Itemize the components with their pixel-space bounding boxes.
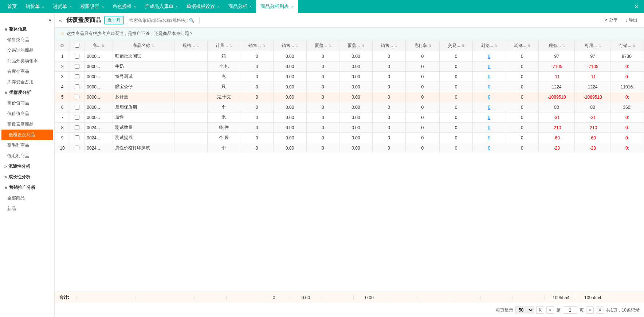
row-no: 2 xyxy=(55,62,70,72)
close-icon[interactable]: × xyxy=(250,4,252,9)
row-browse1[interactable]: 0 xyxy=(472,102,506,112)
row-checkbox[interactable] xyxy=(70,51,84,62)
nav-template[interactable]: 单据模板设置 × xyxy=(182,0,224,13)
last-page-button[interactable]: X xyxy=(596,306,604,314)
col-current[interactable]: 现有... ⇅ xyxy=(539,40,575,51)
row-checkbox[interactable] xyxy=(70,72,84,82)
close-icon[interactable]: × xyxy=(217,4,219,9)
nav-finished-goods[interactable]: 产成品入库单 × xyxy=(141,0,182,13)
row-browse1[interactable]: 0 xyxy=(472,62,506,72)
sidebar-item-traded-goods[interactable]: 交易过的商品 xyxy=(0,45,54,56)
row-checkbox[interactable] xyxy=(70,102,84,112)
share-button[interactable]: ↗ 分享 xyxy=(602,16,620,24)
col-sales-amt[interactable]: 销售... ⇅ xyxy=(273,40,306,51)
col-sales-qty[interactable]: 销售... ⇅ xyxy=(240,40,274,51)
col-checkbox[interactable] xyxy=(70,40,84,51)
sidebar-section-liquidity[interactable]: > 流通性分析 xyxy=(0,161,54,172)
export-button[interactable]: ↓ 导出 xyxy=(623,16,640,24)
search-icon[interactable]: 🔍 xyxy=(189,18,195,23)
col-code[interactable]: 商... ⇅ xyxy=(85,40,113,51)
close-icon[interactable]: × xyxy=(176,4,178,9)
nav-sales[interactable]: 销货单 × xyxy=(21,0,48,13)
close-icon[interactable]: × xyxy=(42,4,44,9)
col-settings[interactable]: ⚙ xyxy=(55,40,70,51)
row-current: -28 xyxy=(539,143,575,153)
nav-analysis[interactable]: 商品分析 × xyxy=(224,0,256,13)
sidebar-item-high-profit[interactable]: 高毛利商品 xyxy=(0,140,54,151)
sidebar-item-high-value[interactable]: 高价值商品 xyxy=(0,98,54,108)
row-checkbox[interactable] xyxy=(70,123,84,133)
sidebar-item-all-goods[interactable]: 全部商品 xyxy=(0,193,54,203)
row-checkbox[interactable] xyxy=(70,92,84,102)
close-icon[interactable]: × xyxy=(134,4,136,9)
prev-page-button[interactable]: < xyxy=(546,306,554,314)
arrow-icon: > xyxy=(4,175,7,180)
row-sales-qty: 0 xyxy=(240,112,274,123)
nav-home[interactable]: 首页 xyxy=(3,0,21,13)
nav-permissions[interactable]: 权限设置 × xyxy=(76,0,108,13)
row-checkbox[interactable] xyxy=(70,62,84,72)
row-browse1[interactable]: 0 xyxy=(472,51,506,62)
col-sellable[interactable]: 可销... ⇅ xyxy=(611,40,644,51)
sidebar-item-stocked-goods[interactable]: 有库存商品 xyxy=(0,66,54,77)
close-icon[interactable]: × xyxy=(291,4,293,9)
row-browse1[interactable]: 0 xyxy=(472,92,506,102)
row-trade: 0 xyxy=(440,133,473,143)
sidebar-item-sales-goods[interactable]: 销售类商品 xyxy=(0,35,54,45)
window-close-button[interactable]: × xyxy=(632,3,641,10)
sidebar-section-growth[interactable]: > 成长性分析 xyxy=(0,172,54,182)
next-page-button[interactable]: > xyxy=(586,306,594,314)
col-unit[interactable]: 计量... ⇅ xyxy=(207,40,240,51)
close-icon[interactable]: × xyxy=(69,4,71,9)
row-checkbox[interactable] xyxy=(70,143,84,153)
content-header: « 低覆盖度商品 近一月 🔍 ↗ 分享 ↓ 导出 xyxy=(55,13,644,28)
close-icon[interactable]: × xyxy=(102,4,104,9)
col-browse2[interactable]: 浏览... ⇅ xyxy=(506,40,539,51)
row-sales3: 0 xyxy=(372,102,405,112)
select-all-checkbox[interactable] xyxy=(75,43,79,48)
filter-month-button[interactable]: 近一月 xyxy=(104,16,124,24)
first-page-button[interactable]: K xyxy=(536,306,544,314)
sidebar-item-stock-capital[interactable]: 库存资金占用 xyxy=(0,77,54,87)
row-browse1[interactable]: 0 xyxy=(472,143,506,153)
row-name: 启用保质期 xyxy=(113,102,174,112)
sidebar-item-low-profit[interactable]: 低毛利商品 xyxy=(0,151,54,161)
sidebar-section-overall[interactable]: ∨ 整体信息 xyxy=(0,24,54,35)
sidebar-item-low-coverage[interactable]: 低覆盖度商品 xyxy=(1,130,53,140)
col-cov1[interactable]: 覆盖... ⇅ xyxy=(306,40,339,51)
row-browse1[interactable]: 0 xyxy=(472,133,506,143)
collapse-icon[interactable]: « xyxy=(59,17,62,23)
col-name[interactable]: 商品名称 ⇅ xyxy=(113,40,174,51)
table-footer: 合计: 0 0.00 0.00 -1095554 -1095554 xyxy=(55,292,644,303)
col-cov2[interactable]: 覆盖... ⇅ xyxy=(339,40,373,51)
row-browse1[interactable]: 0 xyxy=(472,82,506,92)
page-input[interactable] xyxy=(563,306,577,314)
row-browse1[interactable]: 0 xyxy=(472,72,506,82)
col-sales3[interactable]: 销售... ⇅ xyxy=(372,40,405,51)
search-input[interactable] xyxy=(129,18,188,23)
sidebar-section-marketing[interactable]: ∨ 营销推广分析 xyxy=(0,182,54,193)
col-trade[interactable]: 交易... ⇅ xyxy=(440,40,473,51)
col-gross[interactable]: 毛利率 ⇅ xyxy=(405,40,440,51)
row-browse1[interactable]: 0 xyxy=(472,123,506,133)
col-browse1[interactable]: 浏览... ⇅ xyxy=(472,40,506,51)
sidebar-item-category-rate[interactable]: 商品分类动销率 xyxy=(0,56,54,66)
row-current: 97 xyxy=(539,51,575,62)
sidebar-section-cluster[interactable]: ∨ 类群度分析 xyxy=(0,87,54,98)
col-available[interactable]: 可用... ⇅ xyxy=(575,40,611,51)
nav-analysis-list[interactable]: 商品分析列表 × xyxy=(256,0,298,13)
sidebar-item-new-goods[interactable]: 新品 xyxy=(0,203,54,214)
nav-purchase[interactable]: 进货单 × xyxy=(48,0,76,13)
row-checkbox[interactable] xyxy=(70,112,84,123)
nav-roles[interactable]: 角色授权 × xyxy=(108,0,140,13)
footer-cov1 xyxy=(322,295,353,300)
sidebar-collapse-button[interactable]: « xyxy=(49,17,51,23)
sidebar-item-low-value[interactable]: 低价值商品 xyxy=(0,108,54,119)
row-cov1: 0 xyxy=(306,112,339,123)
page-size-select[interactable]: 50 20 100 xyxy=(515,306,534,314)
col-spec[interactable]: 规格... ⇅ xyxy=(174,40,207,51)
row-checkbox[interactable] xyxy=(70,133,84,143)
row-checkbox[interactable] xyxy=(70,82,84,92)
row-browse1[interactable]: 0 xyxy=(472,112,506,123)
sidebar-item-high-coverage[interactable]: 高覆盖度商品 xyxy=(0,119,54,130)
